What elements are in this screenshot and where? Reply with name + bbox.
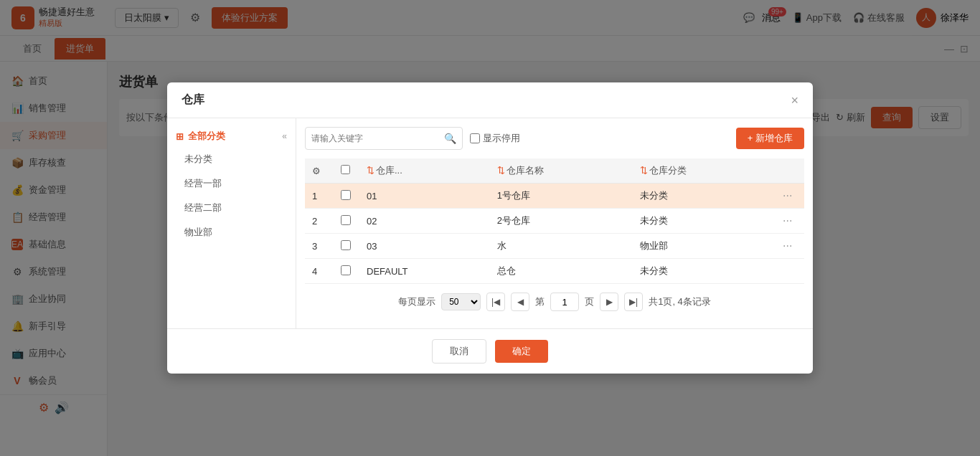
col-name[interactable]: ⇅仓库名称 — [490, 158, 633, 184]
row-action-4[interactable] — [776, 259, 804, 284]
row-action-3[interactable]: ··· — [776, 234, 804, 259]
row-more-icon-1[interactable]: ··· — [783, 189, 792, 201]
row-num-3: 3 — [305, 234, 334, 259]
row-code-4: DEFAULT — [359, 259, 490, 284]
gear-icon[interactable]: ⚙ — [312, 166, 321, 176]
warehouse-table: ⚙ ⇅仓库... ⇅仓库名称 ⇅仓库分类 1 01 — [305, 158, 804, 284]
row-check-3[interactable] — [334, 234, 359, 259]
modal-overlay: 仓库 × ⊞ 全部分类 « 未分类 经营一部 经营二部 物业部 — [0, 0, 980, 456]
modal-title: 仓库 — [182, 92, 204, 108]
next-page-button[interactable]: ▶ — [600, 293, 618, 311]
show-disabled-checkbox[interactable] — [470, 133, 480, 143]
row-checkbox-1[interactable] — [341, 190, 351, 200]
warehouse-modal: 仓库 × ⊞ 全部分类 « 未分类 经营一部 经营二部 物业部 — [167, 82, 813, 374]
table-row[interactable]: 2 02 2号仓库 未分类 ··· — [305, 209, 804, 234]
select-all-checkbox[interactable] — [341, 165, 350, 174]
col-category[interactable]: ⇅仓库分类 — [633, 158, 776, 184]
confirm-button[interactable]: 确定 — [495, 340, 548, 363]
row-code-1: 01 — [359, 184, 490, 209]
page-unit: 页 — [585, 295, 594, 308]
modal-footer: 取消 确定 — [167, 328, 813, 374]
row-code-2: 02 — [359, 209, 490, 234]
row-name-4: 总仓 — [490, 259, 633, 284]
per-page-label: 每页显示 — [398, 295, 435, 308]
row-check-1[interactable] — [334, 184, 359, 209]
col-code[interactable]: ⇅仓库... — [359, 158, 490, 184]
modal-body: ⊞ 全部分类 « 未分类 经营一部 经营二部 物业部 🔍 — [167, 118, 813, 328]
sort-icon: ⇅ — [367, 165, 374, 176]
row-cat-4: 未分类 — [633, 259, 776, 284]
category-item-ops2[interactable]: 经营二部 — [167, 196, 296, 220]
modal-close-button[interactable]: × — [791, 94, 798, 107]
page-label: 第 — [535, 295, 545, 308]
table-row[interactable]: 4 DEFAULT 总仓 未分类 — [305, 259, 804, 284]
show-disabled-text: 显示停用 — [483, 132, 520, 145]
row-check-2[interactable] — [334, 209, 359, 234]
col-gear[interactable]: ⚙ — [305, 158, 334, 184]
row-name-3: 水 — [490, 234, 633, 259]
modal-header: 仓库 × — [167, 82, 813, 118]
category-item-unclassified[interactable]: 未分类 — [167, 147, 296, 171]
row-more-icon-3[interactable]: ··· — [783, 239, 792, 252]
pagination-area: 每页显示 50100 |◀ ◀ 第 页 ▶ ▶| 共1页, 4条记录 — [305, 284, 804, 320]
sort-icon-cat: ⇅ — [640, 165, 648, 176]
category-item-ops1[interactable]: 经营一部 — [167, 171, 296, 196]
per-page-select[interactable]: 50100 — [441, 293, 481, 310]
table-row[interactable]: 1 01 1号仓库 未分类 ··· — [305, 184, 804, 209]
search-icon[interactable]: 🔍 — [444, 133, 456, 144]
row-cat-3: 物业部 — [633, 234, 776, 259]
category-header: ⊞ 全部分类 « — [167, 125, 296, 147]
grid-icon: ⊞ — [176, 131, 184, 142]
table-toolbar: 🔍 显示停用 + 新增仓库 — [305, 127, 804, 150]
row-num-1: 1 — [305, 184, 334, 209]
show-disabled-label[interactable]: 显示停用 — [470, 132, 520, 145]
prev-page-button[interactable]: ◀ — [511, 293, 529, 311]
table-row[interactable]: 3 03 水 物业部 ··· — [305, 234, 804, 259]
search-input[interactable] — [311, 133, 444, 143]
page-summary: 共1页, 4条记录 — [649, 295, 711, 308]
search-box: 🔍 — [305, 127, 463, 150]
row-action-2[interactable]: ··· — [776, 209, 804, 234]
row-name-1: 1号仓库 — [490, 184, 633, 209]
row-action-1[interactable]: ··· — [776, 184, 804, 209]
row-checkbox-2[interactable] — [341, 215, 351, 225]
last-page-button[interactable]: ▶| — [624, 293, 643, 311]
category-all[interactable]: ⊞ 全部分类 — [176, 130, 225, 143]
category-sidebar: ⊞ 全部分类 « 未分类 经营一部 经营二部 物业部 — [167, 118, 296, 328]
row-checkbox-4[interactable] — [341, 265, 351, 275]
row-more-icon-2[interactable]: ··· — [783, 214, 792, 227]
row-name-2: 2号仓库 — [490, 209, 633, 234]
row-num-4: 4 — [305, 259, 334, 284]
category-all-label: 全部分类 — [188, 130, 225, 143]
row-code-3: 03 — [359, 234, 490, 259]
sort-icon-name: ⇅ — [497, 165, 505, 176]
col-check[interactable] — [334, 158, 359, 184]
row-checkbox-3[interactable] — [341, 240, 351, 250]
first-page-button[interactable]: |◀ — [486, 293, 505, 311]
add-warehouse-button[interactable]: + 新增仓库 — [736, 128, 804, 149]
col-actions — [776, 158, 804, 184]
category-item-property[interactable]: 物业部 — [167, 220, 296, 244]
table-area: 🔍 显示停用 + 新增仓库 ⚙ ⇅仓库... — [296, 118, 813, 328]
cancel-button[interactable]: 取消 — [432, 339, 486, 364]
row-cat-2: 未分类 — [633, 209, 776, 234]
page-input[interactable] — [550, 293, 579, 311]
category-collapse-icon[interactable]: « — [282, 131, 287, 141]
row-num-2: 2 — [305, 209, 334, 234]
row-cat-1: 未分类 — [633, 184, 776, 209]
row-check-4[interactable] — [334, 259, 359, 284]
